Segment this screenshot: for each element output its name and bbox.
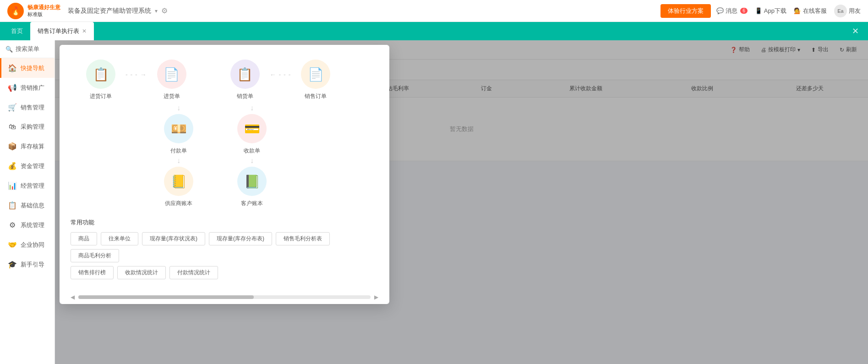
payment-slip-icon: 💴: [164, 114, 193, 143]
sidebar-item-quick-nav[interactable]: 🏠 快捷导航: [0, 58, 55, 78]
flow-purchase-slip[interactable]: 📄 进货单: [149, 60, 195, 100]
arrow-down-receipt: ↓: [250, 104, 254, 112]
sidebar-item-label-system: 系统管理: [21, 221, 44, 229]
user-label: 用友: [849, 7, 861, 15]
newbie-icon: 🎓: [8, 260, 17, 269]
online-service-icon: 💁: [794, 7, 801, 14]
modal: 📋 进货订单 - - - → 📄 进货单: [60, 45, 389, 304]
common-btn-sales-profit[interactable]: 销售毛利分析表: [276, 232, 330, 245]
modal-overlay[interactable]: 📋 进货订单 - - - → 📄 进货单: [55, 40, 868, 364]
arrow-down-payment: ↓: [177, 104, 180, 112]
basic-icon: 📋: [8, 201, 17, 210]
avatar: Ea: [834, 5, 847, 17]
sidebar-item-finance[interactable]: 💰 资金管理: [0, 156, 55, 176]
common-btn-partner[interactable]: 往来单位: [101, 232, 138, 245]
flow-payment-col: ↓ 💴 付款单 ↓ 📒: [156, 102, 202, 207]
arrow-down-supplier: ↓: [177, 157, 180, 165]
settings-icon[interactable]: ⚙: [161, 6, 168, 15]
enterprise-icon: 🤝: [8, 240, 17, 249]
arrow-purchase-order-to-slip: - - - →: [124, 71, 149, 78]
receipt-slip-label: 收款单: [244, 147, 260, 155]
tab-home[interactable]: 首页: [4, 22, 30, 40]
flow-customer-account[interactable]: 📗 客户账本: [229, 167, 275, 207]
user-action[interactable]: Ea 用友: [834, 5, 861, 17]
inventory-icon: 📦: [8, 142, 17, 151]
supplier-account-label: 供应商账本: [165, 200, 192, 207]
main-layout: 🔍 搜索菜单 🏠 快捷导航 📢 营销推广 🛒 销售管理 🛍 采购管理 📦 库存核…: [0, 40, 868, 364]
flow-supplier-account[interactable]: 📒 供应商账本: [156, 167, 202, 207]
scroll-track[interactable]: [78, 295, 371, 299]
common-btn-product-profit[interactable]: 商品毛利分析: [71, 249, 119, 262]
sidebar-item-enterprise[interactable]: 🤝 企业协同: [0, 235, 55, 255]
sidebar-item-sales[interactable]: 🛒 销售管理: [0, 98, 55, 117]
system-title-area: 装备及固定资产辅助管理系统 ▾ ⚙: [68, 6, 655, 15]
modal-scrollbar: ◀ ▶: [60, 292, 389, 304]
system-icon: ⚙: [8, 221, 17, 229]
sidebar-item-label-sales: 销售管理: [21, 103, 44, 112]
sidebar-item-label-marketing: 营销推广: [21, 84, 44, 92]
purchase-order-label: 进货订单: [90, 92, 112, 100]
customer-account-label: 客户账本: [241, 200, 263, 207]
common-btns-row1: 商品 往来单位 现存量(库存状况表) 现存量(库存分布表) 销售毛利分析表 商品…: [71, 232, 378, 262]
logo-icon: 🔥: [7, 3, 24, 19]
arrow-sales-order-to-slip: ← - - -: [268, 71, 293, 78]
sidebar-item-label-enterprise: 企业协同: [21, 241, 44, 249]
arrow-down-customer: ↓: [250, 157, 254, 165]
logo-line2: 标准版: [27, 11, 60, 17]
marketing-icon: 📢: [8, 83, 17, 92]
common-btn-stock-status[interactable]: 现存量(库存状况表): [142, 232, 205, 245]
sales-slip-icon: 📋: [230, 60, 260, 89]
sidebar-item-label-newbie: 新手引导: [21, 261, 44, 269]
app-download-icon: 📱: [755, 7, 762, 14]
flow-purchase-order[interactable]: 📋 进货订单: [78, 60, 124, 100]
common-btn-product[interactable]: 商品: [71, 232, 97, 245]
flow-payment-slip[interactable]: 💴 付款单: [156, 114, 202, 155]
tab-sales-order-exec[interactable]: 销售订单执行表 ✕: [30, 22, 94, 40]
app-download-action[interactable]: 📱 App下载: [755, 7, 786, 15]
purchase-slip-label: 进货单: [164, 92, 180, 100]
quick-nav-icon: 🏠: [8, 64, 17, 72]
flow-receipt-slip[interactable]: 💳 收款单: [229, 114, 275, 155]
sidebar-item-purchase[interactable]: 🛍 采购管理: [0, 117, 55, 136]
finance-icon: 💰: [8, 162, 17, 170]
sidebar-item-inventory[interactable]: 📦 库存核算: [0, 136, 55, 156]
supplier-account-icon: 📒: [164, 167, 193, 196]
sidebar-item-newbie[interactable]: 🎓 新手引导: [0, 255, 55, 274]
online-service-label: 在线客服: [803, 7, 827, 15]
online-service-action[interactable]: 💁 在线客服: [794, 7, 827, 15]
common-btn-sales-rank[interactable]: 销售排行榜: [71, 266, 114, 279]
sales-order-label: 销售订单: [305, 92, 327, 100]
sidebar-item-basic[interactable]: 📋 基础信息: [0, 196, 55, 215]
system-title-dropdown-icon[interactable]: ▾: [155, 8, 158, 14]
purchase-icon: 🛍: [8, 123, 17, 131]
flow-sales-slip[interactable]: 📋 销货单: [222, 60, 268, 100]
scroll-left-icon[interactable]: ◀: [71, 294, 75, 300]
sidebar-item-label-operation: 经营管理: [21, 182, 44, 190]
tab-close-icon[interactable]: ✕: [82, 28, 87, 34]
sidebar: 🔍 搜索菜单 🏠 快捷导航 📢 营销推广 🛒 销售管理 🛍 采购管理 📦 库存核…: [0, 40, 55, 364]
scroll-right-icon[interactable]: ▶: [374, 294, 378, 300]
common-btn-stock-dist[interactable]: 现存量(库存分布表): [209, 232, 272, 245]
logo-text: 畅康通好生意 标准版: [27, 4, 60, 18]
receipt-slip-icon: 💳: [237, 114, 267, 143]
flow-sales-order[interactable]: 📄 销售订单: [293, 60, 338, 100]
sales-icon: 🛒: [8, 103, 17, 112]
sidebar-search[interactable]: 🔍 搜索菜单: [0, 40, 55, 58]
flow-section: 📋 进货订单 - - - → 📄 进货单: [60, 45, 389, 217]
sales-slip-label: 销货单: [237, 92, 253, 100]
common-btn-receipt-stat[interactable]: 收款情况统计: [117, 266, 166, 279]
sidebar-item-label-quick-nav: 快捷导航: [21, 64, 44, 72]
tab-bar-close-icon[interactable]: ✕: [846, 26, 864, 36]
sidebar-item-label-purchase: 采购管理: [21, 123, 44, 131]
sidebar-search-label: 搜索菜单: [16, 45, 39, 53]
try-plan-button[interactable]: 体验行业方案: [661, 4, 711, 18]
message-action[interactable]: 💬 消息 6: [716, 7, 748, 15]
sidebar-item-system[interactable]: ⚙ 系统管理: [0, 215, 55, 235]
common-btn-payment-stat[interactable]: 付款情况统计: [169, 266, 218, 279]
sidebar-item-marketing[interactable]: 📢 营销推广: [0, 78, 55, 98]
message-icon: 💬: [716, 7, 724, 14]
top-header: 🔥 畅康通好生意 标准版 装备及固定资产辅助管理系统 ▾ ⚙ 体验行业方案 💬 …: [0, 0, 868, 22]
header-right: 💬 消息 6 📱 App下载 💁 在线客服 Ea 用友: [716, 5, 861, 17]
common-btns-row2: 销售排行榜 收款情况统计 付款情况统计: [71, 266, 378, 279]
sidebar-item-operation[interactable]: 📊 经营管理: [0, 176, 55, 196]
